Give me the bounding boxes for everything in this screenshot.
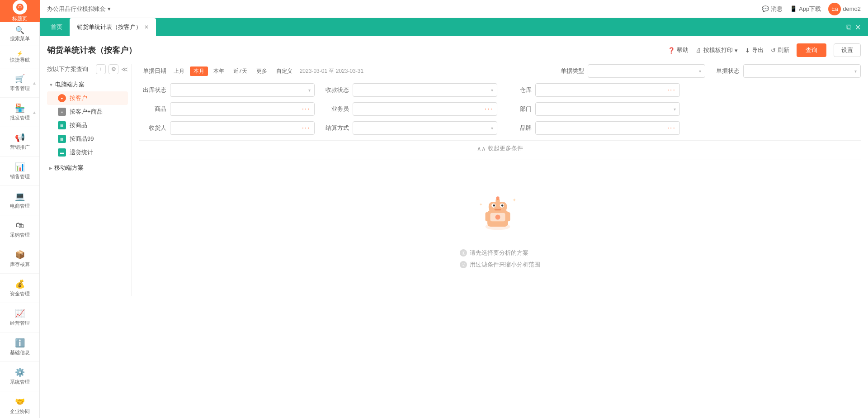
tab-home[interactable]: 首页: [43, 18, 70, 36]
status-input[interactable]: ▾: [743, 64, 861, 78]
message-button[interactable]: 💬 消息: [762, 5, 783, 13]
settings-scheme-icon: ⚙: [111, 66, 116, 72]
sidebar-item-system[interactable]: ⚙️ 系统管理: [0, 362, 39, 391]
goods-filter-row: 商品 ···: [139, 102, 315, 116]
receiver-filter-row: 收货人 ···: [139, 121, 315, 135]
warehouse-input[interactable]: ···: [535, 83, 680, 97]
svg-rect-8: [507, 212, 510, 221]
brand-input[interactable]: ···: [535, 121, 680, 135]
query-button[interactable]: 查询: [797, 43, 826, 57]
goods-label: 商品: [139, 105, 166, 113]
empty-state: ✦ ✦ ① 请先选择要分析的方案 ②: [139, 160, 861, 296]
receipt-input[interactable]: ▾: [353, 83, 497, 97]
sidebar-item-enterprise[interactable]: 🤝 企业协同: [0, 391, 39, 418]
scheme-group-mobile: ▶ 移动端方案: [47, 161, 128, 175]
date-tab-last-month[interactable]: 上月: [170, 66, 188, 76]
industry-label: 办公用品行业模拟账套: [47, 5, 106, 13]
scheme-add-button[interactable]: +: [96, 64, 106, 74]
print-icon: 🖨: [696, 47, 702, 54]
page-header: 销货单统计表（按客户） ❓ 帮助 🖨 按模板打印 ▾ ⬇: [47, 43, 861, 57]
hint-number-2: ②: [460, 261, 467, 268]
page-title: 销货单统计表（按客户）: [47, 45, 137, 56]
warehouse-filter-row: 仓库 ···: [505, 83, 680, 97]
date-tab-more[interactable]: 更多: [253, 66, 271, 76]
user-profile[interactable]: Ea demo2: [828, 3, 861, 15]
app-download-button[interactable]: 📱 App下载: [790, 5, 821, 13]
scheme-item-by-customer-product[interactable]: ≡ 按客户+商品: [47, 105, 128, 119]
brand-label: 品牌: [505, 124, 532, 132]
svg-point-1: [18, 7, 19, 8]
tab-bar: 首页 销货单统计表（按客户） ✕ ⧉ ✕: [40, 18, 868, 36]
retail-icon: 🛒: [15, 74, 25, 84]
wholesale-arrow-icon: ▲: [32, 110, 37, 115]
restore-window-icon[interactable]: ⧉: [846, 23, 851, 31]
scheme-group-desktop: ▼ 电脑端方案 ● 按客户 ≡ 按客户+商品: [47, 78, 128, 159]
export-button[interactable]: ⬇ 导出: [745, 46, 764, 54]
page-content: 销货单统计表（按客户） ❓ 帮助 🖨 按模板打印 ▾ ⬇: [40, 36, 868, 418]
purchase-icon: 🛍: [16, 221, 24, 230]
message-label: 消息: [771, 5, 783, 13]
sidebar-item-retail[interactable]: 🛒 零售管理 ▲: [0, 68, 39, 98]
settle-input[interactable]: ▾: [353, 121, 497, 135]
add-scheme-icon: +: [99, 66, 102, 72]
date-tab-custom[interactable]: 自定义: [273, 66, 296, 76]
sidebar-item-ecommerce[interactable]: 💻 电商管理: [0, 186, 39, 215]
collapse-more-button[interactable]: ∧∧ 收起更多条件: [139, 140, 861, 156]
goods-more-icon[interactable]: ···: [302, 105, 311, 113]
help-button[interactable]: ❓ 帮助: [668, 46, 689, 54]
refresh-button[interactable]: ↺ 刷新: [771, 46, 789, 54]
scheme-item-label: 按商品: [70, 121, 87, 129]
sidebar-item-finance[interactable]: 💰 资金管理: [0, 274, 39, 303]
goods-input[interactable]: ···: [170, 102, 315, 116]
scheme-item-by-product-99[interactable]: ▦ 按商品99: [47, 132, 128, 146]
mobile-group-icon: ▶: [49, 166, 52, 171]
scheme-collapse-button[interactable]: ≪: [121, 66, 128, 73]
date-tab-this-month[interactable]: 本月: [190, 66, 208, 76]
receiver-more-icon[interactable]: ···: [302, 124, 311, 132]
sidebar-item-sales[interactable]: 📊 销售管理: [0, 157, 39, 186]
mobile-group-label: 移动端方案: [54, 164, 84, 172]
basic-icon: ℹ️: [15, 338, 25, 348]
collapse-label: 收起更多条件: [488, 144, 523, 152]
salesman-more-icon[interactable]: ···: [485, 105, 493, 113]
sidebar-item-quick-nav[interactable]: ⚡ 快捷导航: [0, 46, 39, 68]
receiver-input[interactable]: ···: [170, 121, 315, 135]
sidebar-item-purchase[interactable]: 🛍 采购管理: [0, 215, 39, 244]
print-template-button[interactable]: 🖨 按模板打印 ▾: [696, 46, 738, 54]
settings-button[interactable]: 设置: [834, 43, 861, 57]
sidebar-item-search[interactable]: 🔍 搜索菜单: [0, 22, 39, 46]
tab-close-icon[interactable]: ✕: [144, 24, 149, 30]
scheme-tools: + ⚙ ≪: [96, 64, 128, 74]
salesman-input[interactable]: ···: [353, 102, 497, 116]
close-window-icon[interactable]: ✕: [855, 23, 861, 32]
scheme-settings-button[interactable]: ⚙: [108, 64, 118, 74]
scheme-group-desktop-title[interactable]: ▼ 电脑端方案: [47, 78, 128, 91]
svg-point-12: [493, 204, 495, 207]
scheme-group-mobile-title[interactable]: ▶ 移动端方案: [47, 161, 128, 175]
sidebar-item-marketing[interactable]: 📢 营销推广: [0, 127, 39, 157]
industry-selector[interactable]: 办公用品行业模拟账套 ▾: [47, 5, 111, 13]
scheme-item-refund-stat[interactable]: ▬ 退货统计: [47, 146, 128, 159]
app-logo[interactable]: 标题页: [0, 0, 40, 22]
sidebar-item-operations[interactable]: 📈 经营管理: [0, 303, 39, 332]
ship-input[interactable]: ▾: [170, 83, 315, 97]
type-label: 单据类型: [557, 67, 584, 75]
filter-panel: 单据日期 上月 本月 本年 近7天 更多 自定义 2023-03-01 至 20…: [132, 64, 861, 296]
sidebar-item-wholesale[interactable]: 🏪 批发管理 ▲: [0, 98, 39, 127]
scheme-item-by-customer[interactable]: ● 按客户: [47, 91, 128, 105]
dept-input[interactable]: ▾: [535, 102, 680, 116]
warehouse-more-icon[interactable]: ···: [667, 86, 676, 94]
receipt-dropdown-icon: ▾: [491, 88, 493, 93]
brand-more-icon[interactable]: ···: [667, 124, 676, 132]
date-tab-this-year[interactable]: 本年: [210, 66, 228, 76]
enterprise-icon: 🤝: [15, 397, 25, 407]
tab-sales-stat[interactable]: 销货单统计表（按客户） ✕: [70, 18, 156, 36]
scheme-item-by-product[interactable]: ▦ 按商品: [47, 119, 128, 132]
type-input[interactable]: ▾: [588, 64, 705, 78]
date-tab-7days[interactable]: 近7天: [230, 66, 251, 76]
refresh-icon: ↺: [771, 47, 776, 54]
sidebar-item-basic[interactable]: ℹ️ 基础信息: [0, 332, 39, 362]
sidebar-item-inventory[interactable]: 📦 库存核算: [0, 244, 39, 274]
svg-text:✦: ✦: [512, 197, 516, 203]
by-product-icon: ▦: [58, 121, 66, 129]
